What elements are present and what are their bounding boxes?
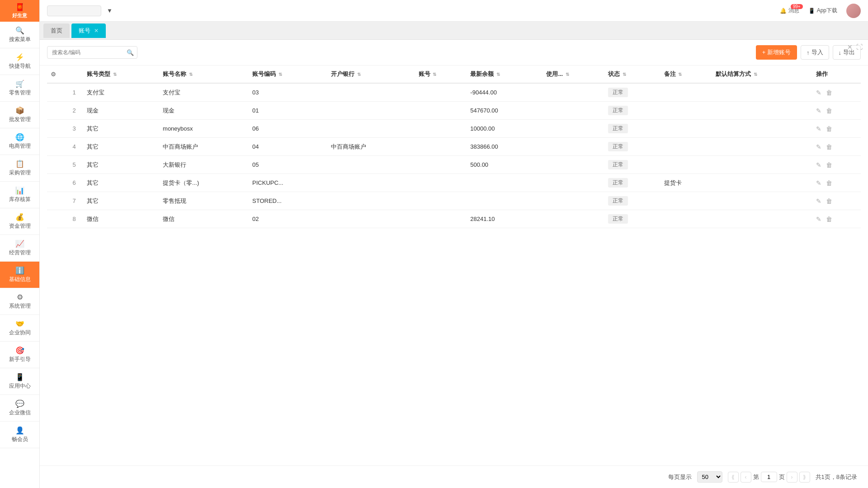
delete-icon[interactable]: 🗑 [826, 143, 832, 150]
delete-icon[interactable]: 🗑 [826, 125, 832, 132]
tab-account[interactable]: 账号 ✕ [71, 23, 106, 38]
user-avatar[interactable] [846, 4, 861, 18]
delete-icon[interactable]: 🗑 [826, 179, 832, 187]
th-balance[interactable]: 最新余额 ⇅ [467, 66, 542, 83]
row-status: 正常 [604, 192, 660, 210]
add-account-button[interactable]: + 新增账号 [756, 45, 797, 60]
settings-icon[interactable]: ⚙ [51, 71, 56, 78]
topbar-dropdown[interactable]: ▼ [107, 7, 113, 14]
row-type: 其它 [83, 192, 159, 210]
row-name: 中百商场账户 [159, 138, 249, 156]
sidebar-item-system-mgmt[interactable]: ⚙ 系统管理 [0, 288, 39, 315]
edit-icon[interactable]: ✎ [816, 107, 821, 114]
th-account[interactable]: 账号 ⇅ [415, 66, 467, 83]
row-default-payment [712, 120, 812, 138]
sidebar-label-inventory-check: 库存核算 [9, 196, 31, 203]
edit-icon[interactable]: ✎ [816, 161, 821, 169]
maximize-window-icon[interactable]: ⛶ [856, 43, 863, 51]
search-input[interactable] [47, 46, 137, 59]
close-window-icon[interactable]: ✕ [847, 43, 853, 51]
last-page-btn[interactable]: ⟫ [799, 472, 810, 483]
row-settings [47, 83, 65, 102]
th-default-payment[interactable]: 默认结算方式 ⇅ [712, 66, 812, 83]
sidebar-item-enterprise-agreement[interactable]: 🤝 企业协同 [0, 315, 39, 342]
sidebar-item-enterprise-wechat[interactable]: 💬 企业微信 [0, 395, 39, 422]
row-type: 其它 [83, 138, 159, 156]
sidebar-item-app-center[interactable]: 📱 应用中心 [0, 368, 39, 395]
sidebar-item-fund-mgmt[interactable]: 💰 资金管理 [0, 208, 39, 235]
app-download-button[interactable]: 📱 App下载 [808, 7, 837, 14]
row-type: 其它 [83, 174, 159, 192]
sidebar-item-newbie-guide[interactable]: 🎯 新手引导 [0, 342, 39, 368]
sidebar-icon-newbie-guide: 🎯 [15, 346, 24, 355]
sidebar-item-wholesale-mgmt[interactable]: 📦 批发管理 [0, 102, 39, 128]
topbar-search-input[interactable] [47, 5, 101, 16]
status-badge: 正常 [608, 88, 628, 97]
sidebar-item-search-orders[interactable]: 🔍 搜索菜单 [0, 22, 39, 48]
sidebar-label-basic-info: 基础信息 [9, 276, 31, 283]
th-usage[interactable]: 使用... ⇅ [542, 66, 604, 83]
prev-page-btn[interactable]: ‹ [741, 472, 751, 483]
edit-icon[interactable]: ✎ [816, 179, 821, 187]
sidebar-item-basic-info[interactable]: ℹ️ 基础信息 [0, 262, 39, 288]
sidebar-item-quick-nav[interactable]: ⚡ 快捷导航 [0, 48, 39, 75]
row-balance: 500.00 [467, 156, 542, 174]
next-page-btn[interactable]: › [787, 472, 797, 483]
sidebar-item-purchase-mgmt[interactable]: 📋 采购管理 [0, 155, 39, 182]
th-name[interactable]: 账号名称 ⇅ [159, 66, 249, 83]
th-code[interactable]: 账号编码 ⇅ [249, 66, 327, 83]
sidebar-item-member[interactable]: 👤 畅会员 [0, 422, 39, 448]
app-name: 好生意 [12, 12, 27, 19]
first-page-btn[interactable]: ⟪ [728, 472, 739, 483]
sidebar-item-inventory-check[interactable]: 📊 库存核算 [0, 182, 39, 208]
row-status: 正常 [604, 83, 660, 102]
th-settings[interactable]: ⚙ [47, 66, 65, 83]
tab-account-label: 账号 [79, 27, 90, 35]
th-remark[interactable]: 备注 ⇅ [660, 66, 712, 83]
import-label: 导入 [811, 48, 823, 56]
table-row: 5 其它 大新银行 05 500.00 正常 ✎ 🗑 [47, 156, 861, 174]
content-header: 🔍 + 新增账号 ↑ 导入 ↓ 导出 [40, 40, 868, 66]
edit-icon[interactable]: ✎ [816, 125, 821, 132]
status-badge: 正常 [608, 124, 628, 133]
delete-icon[interactable]: 🗑 [826, 107, 832, 114]
search-icon[interactable]: 🔍 [127, 49, 134, 56]
sidebar-item-retail-mgmt[interactable]: 🛒 零售管理 [0, 75, 39, 102]
topbar: ▼ 🔔 消息 99+ 📱 App下载 [40, 0, 868, 22]
import-button[interactable]: ↑ 导入 [801, 45, 829, 60]
sidebar-item-ecommerce-mgmt[interactable]: 🌐 电商管理 [0, 128, 39, 155]
delete-icon[interactable]: 🗑 [826, 197, 832, 205]
row-status: 正常 [604, 120, 660, 138]
sidebar-icon-purchase-mgmt: 📋 [15, 160, 24, 168]
edit-icon[interactable]: ✎ [816, 216, 821, 223]
th-actions: 操作 [812, 66, 861, 83]
edit-icon[interactable]: ✎ [816, 143, 821, 150]
topbar-left: ▼ [47, 5, 113, 16]
delete-icon[interactable]: 🗑 [826, 161, 832, 169]
th-status[interactable]: 状态 ⇅ [604, 66, 660, 83]
th-bank[interactable]: 开户银行 ⇅ [327, 66, 415, 83]
tab-home[interactable]: 首页 [43, 23, 70, 38]
page-nav: ⟪ ‹ 第 页 › ⟫ [728, 472, 810, 483]
row-default-payment [712, 138, 812, 156]
sidebar-label-member: 畅会员 [12, 436, 28, 443]
row-usage [542, 120, 604, 138]
action-icons: ✎ 🗑 [816, 197, 857, 205]
pagination: 每页显示 50 20 100 ⟪ ‹ 第 页 › ⟫ 共1页，8条记录 [40, 465, 868, 488]
tab-account-close[interactable]: ✕ [94, 28, 99, 34]
row-name: 大新银行 [159, 156, 249, 174]
sidebar-item-business-mgmt[interactable]: 📈 经营管理 [0, 235, 39, 262]
per-page-select[interactable]: 50 20 100 [697, 471, 722, 483]
row-bank [327, 120, 415, 138]
edit-icon[interactable]: ✎ [816, 197, 821, 205]
row-settings [47, 156, 65, 174]
edit-icon[interactable]: ✎ [816, 89, 821, 96]
message-button[interactable]: 🔔 消息 99+ [780, 7, 799, 14]
th-type[interactable]: 账号类型 ⇅ [83, 66, 159, 83]
topbar-right: 🔔 消息 99+ 📱 App下载 [780, 4, 861, 18]
page-label: 第 [753, 473, 759, 481]
delete-icon[interactable]: 🗑 [826, 89, 832, 96]
delete-icon[interactable]: 🗑 [826, 216, 832, 223]
row-remark [660, 192, 712, 210]
page-input[interactable] [761, 472, 777, 482]
